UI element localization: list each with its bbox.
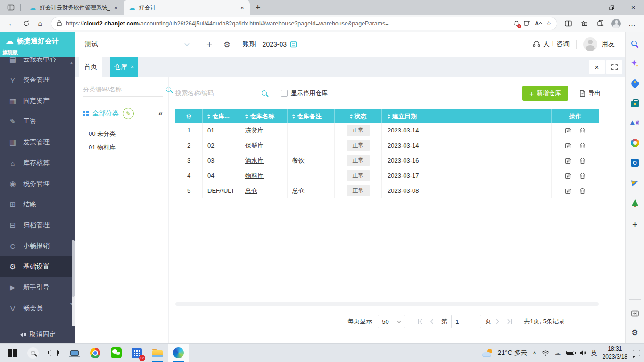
delete-icon[interactable] — [579, 127, 586, 134]
warehouse-name-link[interactable]: 冻货库 — [245, 126, 264, 135]
pc-icon[interactable] — [64, 344, 85, 362]
per-page-select[interactable]: 50 — [378, 315, 405, 328]
settings-gear-icon[interactable]: ⚙ — [223, 40, 230, 49]
add-favorite-icon[interactable]: ☆ — [546, 20, 552, 27]
lock-icon[interactable] — [57, 20, 62, 26]
unpin-sidebar-button[interactable]: 取消固定 — [0, 326, 75, 343]
sidebar-search-icon[interactable] — [630, 39, 640, 49]
column-header-name[interactable]: 仓库名称 — [240, 109, 288, 123]
account-select[interactable]: 测试 — [84, 36, 191, 52]
chanjet-app-icon[interactable]: 12 — [126, 344, 147, 362]
copy-plus-icon[interactable] — [593, 17, 607, 30]
edit-icon[interactable] — [565, 127, 571, 134]
warehouse-search-input[interactable] — [175, 90, 262, 97]
edit-icon[interactable] — [565, 188, 571, 194]
workspaces-icon[interactable] — [5, 1, 17, 14]
grid-plus-icon[interactable] — [524, 20, 530, 27]
column-settings-icon[interactable]: ⚙ — [186, 113, 192, 120]
export-button[interactable]: 导出 — [579, 89, 601, 98]
warehouse-name-link[interactable]: 保鲜库 — [245, 141, 264, 150]
tab-close-icon[interactable]: × — [240, 5, 244, 11]
add-account-icon[interactable]: + — [206, 39, 212, 50]
taskbar-search-icon[interactable] — [23, 344, 43, 362]
edit-icon[interactable] — [565, 173, 571, 179]
hidden-icons-chevron[interactable]: ∧ — [533, 350, 537, 356]
task-view-icon[interactable] — [43, 344, 64, 362]
edit-category-icon[interactable]: ✎ — [123, 108, 134, 119]
checkbox[interactable] — [281, 90, 288, 97]
url-text[interactable]: https://cloud2.chanjet.com/accounting/uh… — [66, 20, 509, 27]
sort-icon[interactable] — [350, 114, 353, 119]
sort-icon[interactable] — [207, 114, 210, 119]
wechat-icon[interactable] — [106, 344, 126, 362]
sidebar-item[interactable]: ◉ 税务管理 — [0, 173, 75, 194]
sidebar-item[interactable]: ▥ 发票管理 — [0, 132, 75, 153]
support-button[interactable]: 人工咨询 — [533, 40, 570, 49]
period-select[interactable]: 2023-03 — [261, 36, 299, 52]
sort-icon[interactable] — [245, 114, 248, 119]
sidebar-settings-icon[interactable]: ⚙ — [630, 327, 640, 337]
category-item[interactable]: 00 未分类 — [89, 127, 163, 140]
sidebar-scrollbar[interactable] — [72, 240, 75, 326]
delete-icon[interactable] — [579, 157, 586, 164]
tab-close-icon[interactable]: × — [131, 64, 134, 70]
add-sidebar-app-icon[interactable]: + — [630, 220, 640, 230]
category-item[interactable]: 01 物料库 — [89, 140, 163, 154]
outlook-icon[interactable]: O — [630, 157, 640, 168]
sort-icon[interactable] — [388, 114, 390, 119]
restore-button[interactable] — [601, 0, 622, 15]
close-page-icon[interactable]: × — [589, 60, 605, 74]
refresh-icon[interactable] — [19, 17, 33, 30]
volume-icon[interactable] — [579, 350, 586, 356]
category-all-row[interactable]: 全部分类 ✎ « — [83, 108, 163, 119]
tab-home[interactable]: 首页 — [79, 57, 102, 77]
microsoft365-icon[interactable] — [630, 138, 640, 148]
menu-scroll-up-icon[interactable]: ▲ — [69, 60, 74, 65]
warehouse-name-link[interactable]: 酒水库 — [245, 156, 264, 165]
horizontal-scrollbar[interactable] — [175, 302, 599, 306]
next-page-icon[interactable] — [496, 319, 500, 324]
category-search[interactable] — [83, 86, 163, 97]
more-options-icon[interactable]: … — [625, 17, 639, 30]
edit-icon[interactable] — [565, 142, 571, 149]
delete-icon[interactable] — [579, 173, 586, 179]
toolbox-icon[interactable] — [630, 98, 640, 108]
search-icon[interactable] — [262, 90, 267, 96]
sidebar-item[interactable]: ▤ 云报表中心 — [0, 57, 75, 70]
prev-page-icon[interactable] — [429, 319, 434, 324]
new-tab-button[interactable]: + — [256, 2, 261, 13]
split-screen-icon[interactable] — [561, 17, 575, 30]
collapse-panel-icon[interactable]: « — [158, 109, 163, 118]
tree-icon[interactable] — [630, 197, 640, 207]
first-page-icon[interactable] — [417, 319, 423, 324]
delete-icon[interactable] — [579, 188, 586, 194]
minimize-button[interactable]: – — [579, 0, 601, 15]
warehouse-name-link[interactable]: 物料库 — [245, 172, 264, 180]
start-button[interactable] — [2, 344, 23, 362]
column-header-code[interactable]: 仓库... — [203, 109, 240, 123]
action-center-icon[interactable] — [633, 350, 640, 356]
sidebar-item[interactable]: C 小畅报销 — [0, 236, 75, 256]
file-explorer-icon[interactable] — [147, 344, 168, 362]
sidebar-item[interactable]: ✎ 工资 — [0, 111, 75, 132]
profile-avatar[interactable] — [609, 17, 623, 30]
close-button[interactable]: × — [622, 0, 644, 15]
battery-icon[interactable] — [566, 351, 574, 355]
onedrive-icon[interactable]: ☁ — [554, 349, 561, 357]
search-icon[interactable] — [166, 87, 171, 92]
show-disabled-checkbox[interactable]: 显示停用仓库 — [281, 89, 328, 98]
page-number-input[interactable] — [451, 315, 481, 328]
shopping-icon[interactable] — [630, 78, 640, 89]
chrome-icon[interactable] — [85, 344, 106, 362]
sort-icon[interactable] — [292, 114, 295, 119]
category-search-input[interactable] — [83, 86, 166, 93]
sidebar-item[interactable]: ⊞ 结账 — [0, 194, 75, 215]
delete-icon[interactable] — [579, 142, 586, 149]
sidebar-item[interactable]: ¥ 资金管理 — [0, 70, 75, 90]
sidebar-item[interactable]: ⚙ 基础设置 — [0, 256, 75, 277]
edge-icon[interactable] — [168, 344, 189, 362]
copilot-icon[interactable] — [630, 58, 640, 69]
browser-tab-active[interactable]: ☁ 好会计 × — [124, 0, 250, 15]
last-page-icon[interactable] — [507, 319, 512, 324]
text-size-icon[interactable]: A — [535, 20, 542, 27]
